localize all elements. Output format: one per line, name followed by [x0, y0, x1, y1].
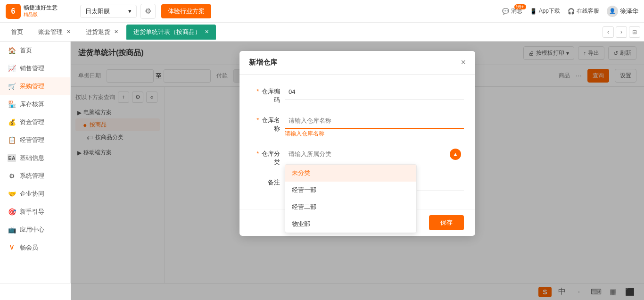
sidebar-vip-label: 畅会员 [20, 243, 38, 252]
user-name: 徐泽华 [620, 7, 638, 16]
tab-stats-close[interactable]: ✕ [205, 29, 209, 35]
sidebar-item-operation[interactable]: 📋 经营管理 [0, 131, 70, 149]
sidebar-home-label: 首页 [20, 46, 32, 55]
sidebar-item-home[interactable]: 🏠 首页 [0, 42, 70, 59]
app-download-label: App下载 [539, 7, 560, 15]
home-icon: 🏠 [8, 46, 16, 55]
dropdown-item-2[interactable]: 经营二部 [285, 199, 416, 216]
tab-stats-label: 进货单统计表（按商品） [133, 28, 201, 36]
message-badge: 99+ [514, 4, 526, 9]
dropdown-item-3[interactable]: 物业部 [285, 216, 416, 233]
tab-home[interactable]: 首页 [4, 25, 30, 40]
guide-icon: 🎯 [8, 208, 16, 216]
warehouse-code-input[interactable] [285, 84, 464, 100]
tab-return-close[interactable]: ✕ [114, 29, 118, 35]
warehouse-name-input[interactable] [285, 113, 464, 129]
sidebar-item-basic[interactable]: EA 基础信息 [0, 149, 70, 167]
inventory-icon: 🏪 [8, 100, 16, 108]
required-star-category: * [256, 150, 259, 157]
sidebar-sales-label: 销售管理 [20, 64, 44, 73]
sidebar-enterprise-label: 企业协同 [20, 190, 44, 198]
content-area: 进货单统计(按商品) 🖨 按模板打印 ▾ ↑ 导出 ↺ 刷新 单据日期 [71, 42, 644, 300]
avatar: 👤 [607, 6, 618, 17]
add-warehouse-dialog: 新增仓库 × * 仓库编码 [239, 51, 475, 236]
dialog-overlay: 新增仓库 × * 仓库编码 [71, 42, 644, 300]
operation-icon: 📋 [8, 136, 16, 144]
settings-button[interactable]: ⚙ [140, 4, 156, 19]
dialog-title: 新增仓库 [249, 58, 277, 67]
sidebar-item-inventory[interactable]: 🏪 库存核算 [0, 95, 70, 113]
save-button[interactable]: 保存 [429, 215, 464, 230]
category-dropdown-list: 未分类 经营一部 经营二部 物业部 [285, 164, 417, 233]
sidebar-item-system[interactable]: ⚙ 系统管理 [0, 167, 70, 185]
gear-icon: ⚙ [145, 7, 151, 16]
online-service-button[interactable]: 🎧 在线客服 [568, 7, 599, 15]
logo-text: 畅捷通好生意 [24, 4, 58, 12]
sidebar-basic-label: 基础信息 [20, 154, 44, 162]
sidebar-finance-label: 资金管理 [20, 118, 44, 126]
sidebar-operation-label: 经营管理 [20, 136, 44, 144]
category-input[interactable] [285, 146, 464, 162]
tab-home-label: 首页 [11, 28, 23, 36]
logo-area: 6 畅捷通好生意 精品版 [6, 4, 76, 19]
name-label: * 仓库名称 [251, 113, 285, 133]
dialog-close-button[interactable]: × [461, 58, 466, 67]
tab-account[interactable]: 账套管理 ✕ [31, 25, 78, 40]
tab-return[interactable]: 进货退货 ✕ [79, 25, 125, 40]
sidebar-item-finance[interactable]: 💰 资金管理 [0, 113, 70, 131]
category-field-row: * 仓库分类 ▲ 未分类 经 [251, 146, 464, 167]
sidebar-guide-label: 新手引导 [20, 208, 44, 216]
code-label: * 仓库编码 [251, 84, 285, 104]
apps-icon: 📺 [8, 225, 16, 234]
tab-next-button[interactable]: › [616, 26, 627, 38]
enterprise-icon: 🤝 [8, 190, 16, 198]
dialog-header: 新增仓库 × [239, 51, 475, 75]
name-input-wrap: 请输入仓库名称 [285, 113, 464, 138]
sidebar: 🏠 首页 📈 销售管理 🛒 采购管理 🏪 库存核算 💰 资金管理 📋 经营管理 … [0, 42, 71, 300]
category-dropdown-wrap: ▲ 未分类 经营一部 经营二部 [285, 146, 464, 162]
dropdown-item-1[interactable]: 经营一部 [285, 182, 416, 199]
sidebar-item-apps[interactable]: 📺 应用中心 [0, 221, 70, 239]
name-error-msg: 请输入仓库名称 [285, 130, 464, 138]
user-area[interactable]: 👤 徐泽华 [607, 6, 638, 17]
required-star-code: * [256, 88, 259, 95]
sidebar-item-purchase[interactable]: 🛒 采购管理 [0, 77, 70, 95]
name-field-row: * 仓库名称 请输入仓库名称 [251, 113, 464, 138]
store-selector[interactable]: 日太阳膜 ▾ [80, 5, 137, 18]
logo-badge: 精品版 [24, 11, 58, 18]
message-icon: 💬 [502, 8, 509, 15]
vip-icon: V [8, 243, 16, 252]
sidebar-apps-label: 应用中心 [20, 225, 44, 234]
tab-return-label: 进货退货 [86, 28, 110, 36]
headset-icon: 🎧 [568, 8, 575, 15]
chevron-down-icon: ▾ [128, 8, 132, 15]
purchase-icon: 🛒 [8, 82, 16, 91]
category-label: * 仓库分类 [251, 146, 285, 167]
tab-prev-button[interactable]: ‹ [603, 26, 614, 38]
dropdown-toggle-button[interactable]: ▲ [450, 149, 461, 160]
try-industry-button[interactable]: 体验行业方案 [161, 4, 211, 18]
message-button[interactable]: 💬 消息 99+ [502, 7, 522, 15]
tab-menu-button[interactable]: ⊟ [629, 26, 640, 38]
header-icons: 💬 消息 99+ 📱 App下载 🎧 在线客服 👤 徐泽华 [502, 6, 638, 17]
dialog-body: * 仓库编码 * 仓库名称 [239, 75, 475, 209]
sidebar-item-guide[interactable]: 🎯 新手引导 [0, 203, 70, 221]
logo-icon: 6 [6, 4, 21, 19]
sidebar-item-sales[interactable]: 📈 销售管理 [0, 59, 70, 77]
sidebar-purchase-label: 采购管理 [20, 82, 44, 91]
tab-account-close[interactable]: ✕ [66, 29, 71, 35]
app-download-button[interactable]: 📱 App下载 [530, 7, 560, 15]
tab-account-label: 账套管理 [38, 28, 63, 36]
main-layout: 🏠 首页 📈 销售管理 🛒 采购管理 🏪 库存核算 💰 资金管理 📋 经营管理 … [0, 42, 644, 300]
basic-icon: EA [8, 154, 16, 162]
remark-label: 备注 [251, 175, 285, 187]
sidebar-system-label: 系统管理 [20, 172, 44, 180]
sidebar-inventory-label: 库存核算 [20, 100, 44, 108]
sidebar-item-vip[interactable]: V 畅会员 [0, 239, 70, 257]
tab-stats[interactable]: 进货单统计表（按商品） ✕ [126, 25, 216, 40]
dropdown-item-0[interactable]: 未分类 [285, 165, 416, 182]
code-input-wrap [285, 84, 464, 100]
sidebar-item-enterprise[interactable]: 🤝 企业协同 [0, 185, 70, 203]
tab-bar: 首页 账套管理 ✕ 进货退货 ✕ 进货单统计表（按商品） ✕ ‹ › ⊟ [0, 23, 644, 42]
finance-icon: 💰 [8, 118, 16, 126]
